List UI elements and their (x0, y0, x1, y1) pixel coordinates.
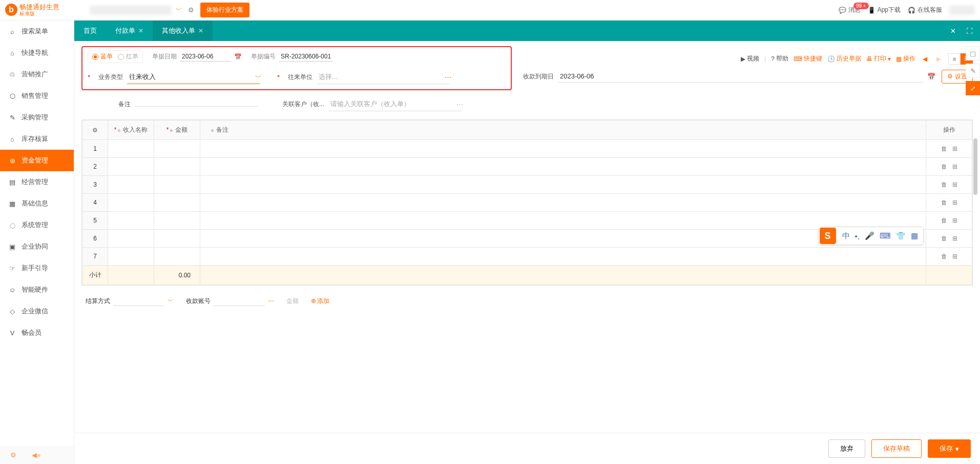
tab-close-button[interactable]: ✕ (946, 24, 960, 37)
messages-link[interactable]: 💬 消息 99 + (839, 6, 861, 14)
sidebar-item-guide[interactable]: ☞新手引导 (0, 257, 74, 279)
add-row-icon[interactable]: ⊞ (952, 253, 957, 260)
cell-income-name[interactable] (108, 158, 154, 176)
col-amount[interactable]: ◆金额 (154, 120, 200, 140)
settlement-method-select[interactable] (113, 296, 164, 306)
calendar-icon[interactable]: 📅 (234, 53, 242, 60)
add-row-icon[interactable]: ⊞ (952, 217, 957, 224)
sidebar-item-quick-nav[interactable]: ⌂快捷导航 (0, 42, 74, 64)
cell-remark[interactable] (200, 212, 926, 230)
sidebar-item-hardware[interactable]: ☺智能硬件 (0, 279, 74, 300)
cell-amount[interactable] (154, 176, 200, 194)
ime-toolbar[interactable]: S 中 •, 🎤 ⌨ 👕 ▦ (818, 227, 924, 245)
sidebar-item-search-menu[interactable]: ⌕搜索菜单 (0, 21, 74, 42)
gear-icon[interactable]: ⚙ (188, 6, 194, 14)
ime-skin-icon[interactable]: 👕 (896, 231, 906, 240)
right-bar-expand[interactable]: ⤢ (966, 81, 980, 95)
cell-income-name[interactable] (108, 176, 154, 194)
biz-type-select[interactable]: 往来收入 (127, 70, 260, 84)
tab-payment[interactable]: 付款单✕ (106, 21, 153, 41)
cell-amount[interactable] (154, 248, 200, 266)
save-button[interactable]: 保存▾ (928, 439, 971, 458)
cell-income-name[interactable] (108, 140, 154, 158)
gear-icon[interactable]: ⚙ (10, 451, 16, 459)
related-customer-input[interactable]: 请输入关联客户（收入单） (328, 97, 462, 111)
delete-row-icon[interactable]: 🗑 (941, 199, 947, 206)
cell-amount[interactable] (154, 194, 200, 212)
delete-row-icon[interactable]: 🗑 (941, 235, 947, 242)
table-row[interactable]: 4🗑⊞ (82, 194, 972, 212)
cell-remark[interactable] (200, 176, 926, 194)
shortcut-button[interactable]: ⌨快捷键 (794, 54, 822, 63)
add-row-icon[interactable]: ⊞ (952, 145, 957, 152)
tab-other-income[interactable]: 其他收入单✕ (153, 21, 213, 41)
ime-punct-icon[interactable]: •, (855, 232, 860, 240)
cell-amount[interactable] (154, 140, 200, 158)
sidebar-item-collab[interactable]: ▣企业协同 (0, 236, 74, 257)
radio-blue[interactable]: 蓝单 (92, 52, 113, 61)
add-settlement-button[interactable]: ⊕ 添加 (311, 297, 329, 306)
sidebar-item-basic-info[interactable]: ▦基础信息 (0, 193, 74, 214)
due-date-input[interactable]: 2023-06-06 (558, 70, 923, 83)
sidebar-item-inventory[interactable]: ⌂库存核算 (0, 128, 74, 150)
table-row[interactable]: 2🗑⊞ (82, 158, 972, 176)
view-list-button[interactable]: ≡ (948, 53, 961, 65)
more-icon[interactable]: ⋯ (268, 297, 274, 305)
col-remark[interactable]: ◆备注 (200, 120, 926, 140)
user-avatar[interactable] (949, 6, 975, 15)
table-row[interactable]: 3🗑⊞ (82, 176, 972, 194)
ime-keyboard-icon[interactable]: ⌨ (880, 231, 891, 240)
cell-amount[interactable] (154, 158, 200, 176)
calendar-icon[interactable]: 📅 (927, 73, 935, 80)
app-download-link[interactable]: 📱 App下载 (868, 6, 901, 14)
add-row-icon[interactable]: ⊞ (952, 235, 957, 242)
cell-income-name[interactable] (108, 212, 154, 230)
ime-lang[interactable]: 中 (842, 231, 850, 241)
cell-income-name[interactable] (108, 194, 154, 212)
cell-income-name[interactable] (108, 248, 154, 266)
cell-remark[interactable] (200, 194, 926, 212)
add-row-icon[interactable]: ⊞ (952, 163, 957, 170)
right-bar-item-1[interactable]: ▢ (966, 46, 980, 60)
org-selector[interactable]: ﹀ (90, 6, 182, 15)
col-income-name[interactable]: ◆收入名称 (108, 120, 154, 140)
cell-remark[interactable] (200, 248, 926, 266)
delete-row-icon[interactable]: 🗑 (941, 145, 947, 152)
cell-amount[interactable] (154, 230, 200, 248)
ime-menu-icon[interactable]: ▦ (911, 231, 918, 240)
operate-button[interactable]: ▦操作 (896, 54, 915, 63)
prev-button[interactable]: ◀ (921, 55, 929, 63)
online-service-link[interactable]: 🎧 在线客服 (908, 6, 942, 14)
sidebar-item-sales[interactable]: ⬡销售管理 (0, 85, 74, 107)
add-row-icon[interactable]: ⊞ (952, 199, 957, 206)
discard-button[interactable]: 放弃 (828, 439, 865, 458)
collapse-icon[interactable]: ◀» (32, 451, 40, 459)
vertical-scrollbar[interactable] (973, 138, 978, 382)
right-bar-item-2[interactable]: ✎ (966, 64, 980, 78)
tab-home[interactable]: 首页 (74, 21, 106, 41)
cell-remark[interactable] (200, 140, 926, 158)
chevron-down-icon[interactable]: ﹀ (168, 297, 174, 306)
party-select[interactable]: 选择... (317, 70, 450, 84)
delete-row-icon[interactable]: 🗑 (941, 253, 947, 260)
close-icon[interactable]: ✕ (138, 27, 143, 34)
history-button[interactable]: 🕓历史单据 (827, 54, 861, 63)
next-button[interactable]: ▶ (934, 55, 943, 63)
table-row[interactable]: 7🗑⊞ (82, 248, 972, 266)
cell-remark[interactable] (200, 158, 926, 176)
remark-input[interactable] (135, 102, 258, 107)
receive-account-select[interactable] (214, 296, 265, 306)
add-row-icon[interactable]: ⊞ (952, 181, 957, 188)
scrollbar-thumb[interactable] (973, 138, 977, 195)
sidebar-item-marketing[interactable]: ♲营销推广 (0, 64, 74, 85)
sidebar-item-operations[interactable]: ▤经营管理 (0, 171, 74, 193)
ime-mic-icon[interactable]: 🎤 (865, 231, 874, 240)
doc-date-input[interactable]: 2023-06-06 (180, 52, 231, 62)
sidebar-item-system[interactable]: ◌系统管理 (0, 214, 74, 236)
delete-row-icon[interactable]: 🗑 (941, 217, 947, 224)
col-config[interactable]: ⚙ (82, 120, 108, 140)
sidebar-item-wechat[interactable]: ◇企业微信 (0, 300, 74, 322)
sidebar-item-member[interactable]: V畅会员 (0, 322, 74, 344)
delete-row-icon[interactable]: 🗑 (941, 163, 947, 170)
cell-remark[interactable] (200, 230, 926, 248)
